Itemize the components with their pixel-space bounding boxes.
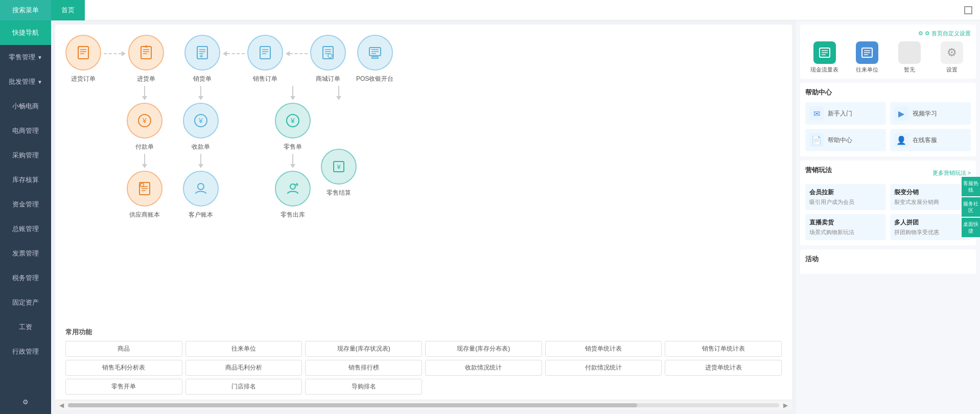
func-btn-purchase-stat[interactable]: 进货单统计表 <box>665 360 782 376</box>
person-icon: 👤 <box>894 133 908 147</box>
video-icon: ▶ <box>894 106 908 121</box>
node-customer-account[interactable]: 客户账本 <box>183 171 219 219</box>
sidebar-item-assets[interactable]: 固定资产 <box>0 290 51 315</box>
sidebar-item-tax[interactable]: 税务管理 <box>0 266 51 290</box>
func-btn-sales-profit[interactable]: 销售毛利分析表 <box>65 360 182 376</box>
func-btn-store-rank[interactable]: 门店排名 <box>185 379 302 395</box>
gear-icon: ⚙ <box>918 30 923 37</box>
top-bar: 搜索菜单 首页 <box>0 0 980 20</box>
sidebar-item-wholesale[interactable]: 批发管理▼ <box>0 70 51 94</box>
common-func-title: 常用功能 <box>65 328 782 337</box>
help-service-label: 在线客服 <box>913 136 937 145</box>
customer-account-label: 客户账本 <box>189 211 213 219</box>
sidebar-bottom: ⚙ <box>0 389 51 414</box>
none-icon <box>898 41 921 64</box>
node-payment-in[interactable]: ¥ 收款单 <box>183 103 219 151</box>
marketing-grid: 会员拉新 吸引用户成为会员 裂变分销 裂变式发展分销商 直播卖货 场景式购物新玩… <box>805 184 971 240</box>
func-btn-sales-order-stat[interactable]: 销售订单统计表 <box>665 341 782 357</box>
func-btn-sales-stat[interactable]: 销货单统计表 <box>545 341 662 357</box>
sidebar-item-quicknav[interactable]: 快捷导航 <box>0 20 51 45</box>
fullscreen-icon[interactable] <box>964 6 972 14</box>
help-title: 帮助中心 <box>805 88 971 97</box>
doc-icon: 📄 <box>809 133 824 147</box>
float-btn-service[interactable]: 客服热线 <box>962 177 980 196</box>
scroll-thumb[interactable] <box>68 403 637 407</box>
marketing-more-btn[interactable]: 更多营销玩法 > <box>932 169 971 177</box>
shortcut-partners[interactable]: 往来单位 <box>848 41 886 74</box>
help-section: 帮助中心 ✉ 新手入门 ▶ 视频学习 📄 帮助中心 👤 <box>800 83 976 156</box>
scroll-bar: ◀ ▶ <box>55 400 792 410</box>
sidebar-item-finance[interactable]: 资金管理 <box>0 192 51 217</box>
sidebar-item-ecom-mgmt[interactable]: 电商管理 <box>0 119 51 143</box>
sidebar-item-ecom[interactable]: 小畅电商 <box>0 94 51 119</box>
func-btn-stock-dist[interactable]: 现存量(库存分布表) <box>425 341 542 357</box>
sidebar-item-inventory[interactable]: 库存核算 <box>0 168 51 192</box>
func-btn-guide-rank[interactable]: 导购排名 <box>305 379 422 395</box>
node-supplier-account[interactable]: 供应商账本 <box>127 171 162 219</box>
sales-bill-icon <box>184 35 220 71</box>
func-btn-receipt-stat[interactable]: 收款情况统计 <box>425 360 542 376</box>
node-sales-order[interactable]: 销售订单 <box>247 35 283 83</box>
scroll-left-btn[interactable]: ◀ <box>59 402 64 409</box>
search-menu-btn[interactable]: 搜索菜单 <box>0 0 51 20</box>
help-item-beginner[interactable]: ✉ 新手入门 <box>805 102 886 125</box>
func-btn-goods-profit[interactable]: 商品毛利分析 <box>185 360 302 376</box>
scroll-right-btn[interactable]: ▶ <box>783 402 788 409</box>
scroll-track[interactable] <box>68 403 779 407</box>
float-btn-community[interactable]: 服务社区 <box>962 197 980 217</box>
func-btn-goods[interactable]: 商品 <box>65 341 182 357</box>
node-mall-order[interactable]: 商城订单 <box>310 35 346 83</box>
cashflow-icon <box>813 41 836 64</box>
func-btn-retail-order[interactable]: 零售开单 <box>65 379 182 395</box>
node-payment-out[interactable]: ¥ 付款单 <box>127 103 162 151</box>
shortcuts-section: ⚙ ⚙ 首页自定义设置 现金流量表 往来 <box>800 25 976 79</box>
shortcut-cashflow[interactable]: 现金流量表 <box>805 41 844 74</box>
mall-order-icon <box>310 35 346 71</box>
member-desc: 吸引用户成为会员 <box>809 198 882 206</box>
marketing-item-member[interactable]: 会员拉新 吸引用户成为会员 <box>805 184 886 210</box>
help-item-video[interactable]: ▶ 视频学习 <box>890 102 971 125</box>
sales-order-label: 销售订单 <box>253 75 277 83</box>
node-pos[interactable]: POS收银开台 <box>356 35 393 83</box>
group-desc: 拼团购物享受优惠 <box>894 228 967 236</box>
marketing-item-fission[interactable]: 裂变分销 裂变式发展分销商 <box>890 184 971 210</box>
help-item-help[interactable]: 📄 帮助中心 <box>805 129 886 151</box>
pos-icon <box>357 35 393 71</box>
svg-rect-36 <box>141 183 144 187</box>
sidebar-item-retail[interactable]: 零售管理▼ <box>0 45 51 70</box>
node-retail-settle[interactable]: ¥ 零售结算 <box>321 149 357 197</box>
node-retail-bill[interactable]: ¥ 零售单 <box>275 103 311 151</box>
func-btn-payment-stat[interactable]: 付款情况统计 <box>545 360 662 376</box>
pos-label: POS收银开台 <box>356 75 393 83</box>
customer-account-icon <box>183 171 219 206</box>
help-item-service[interactable]: 👤 在线客服 <box>890 129 971 151</box>
sidebar-item-admin[interactable]: 行政管理 <box>0 339 51 364</box>
node-purchase-bill[interactable]: 进货单 <box>128 35 164 83</box>
home-settings-btn[interactable]: ⚙ ⚙ 首页自定义设置 <box>918 30 971 37</box>
shortcut-settings[interactable]: ⚙ 设置 <box>932 41 971 74</box>
marketing-item-group[interactable]: 多人拼团 拼团购物享受优惠 <box>890 214 971 240</box>
svg-rect-9 <box>197 47 207 59</box>
func-btn-partners[interactable]: 往来单位 <box>185 341 302 357</box>
payment-in-icon: ¥ <box>183 103 219 139</box>
sales-order-icon <box>247 35 283 71</box>
func-row-3: 零售开单 门店排名 导购排名 <box>65 379 782 395</box>
marketing-title: 营销玩法 <box>805 166 832 175</box>
float-btn-desktop[interactable]: 桌面快捷 <box>962 218 980 237</box>
sidebar-item-ledger[interactable]: 总账管理 <box>0 217 51 241</box>
help-beginner-label: 新手入门 <box>828 109 852 118</box>
func-btn-stock-status[interactable]: 现存量(库存状况表) <box>305 341 422 357</box>
node-sales-bill[interactable]: 销货单 <box>184 35 220 83</box>
marketing-item-live[interactable]: 直播卖货 场景式购物新玩法 <box>805 214 886 240</box>
sidebar-item-invoice[interactable]: 发票管理 <box>0 241 51 266</box>
settings-icon[interactable]: ⚙ <box>0 389 51 414</box>
sidebar-item-salary[interactable]: 工资 <box>0 315 51 339</box>
sidebar-item-purchase[interactable]: 采购管理 <box>0 143 51 168</box>
node-retail-out[interactable]: 零售出库 <box>275 171 311 219</box>
func-btn-sales-rank[interactable]: 销售排行榜 <box>305 360 422 376</box>
svg-text:¥: ¥ <box>142 117 147 125</box>
node-purchase-order[interactable]: 进货订单 <box>65 35 101 83</box>
retail-bill-label: 零售单 <box>284 143 302 151</box>
tab-home[interactable]: 首页 <box>51 0 85 20</box>
marketing-section: 营销玩法 更多营销玩法 > 会员拉新 吸引用户成为会员 裂变分销 裂变式发展分销… <box>800 160 976 245</box>
